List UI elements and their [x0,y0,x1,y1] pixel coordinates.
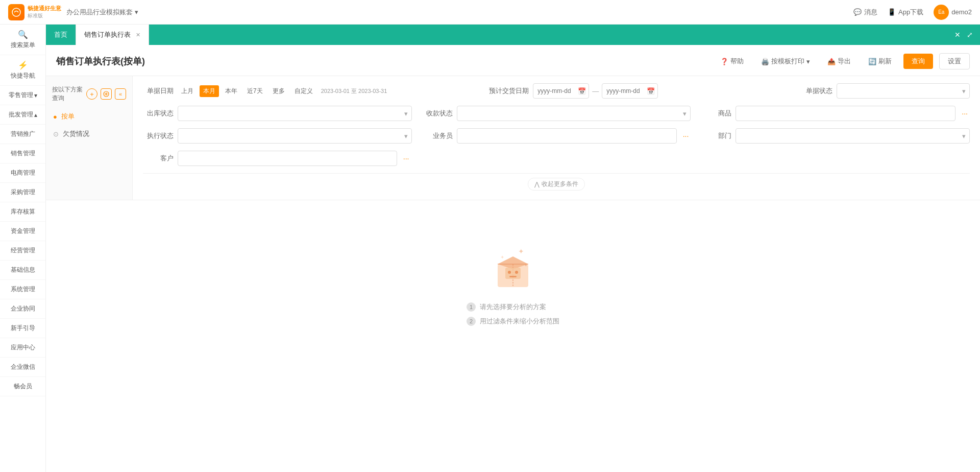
query-button[interactable]: 查询 [903,54,933,69]
dept-field: 部门 ▾ [701,128,970,144]
sidebar-item-vip[interactable]: 畅会员 [0,377,45,396]
date-range-display: 2023-03-01 至 2023-03-31 [321,87,387,95]
sidebar-item-basic[interactable]: 基础信息 [0,261,45,280]
content-area: 首页 销售订单执行表 ✕ ✕ ⤢ 销售订单执行表(按单) ❓ 帮助 [46,25,980,472]
product-more-icon[interactable]: ··· [960,109,970,117]
out-status-select[interactable] [178,106,412,121]
date-tab-7days[interactable]: 近7天 [243,85,266,97]
filter-sidebar-header: 按以下方案查询 + « [46,82,132,108]
help-button[interactable]: ❓ 帮助 [715,54,749,69]
receipt-status-select[interactable] [457,106,691,121]
status-select[interactable] [837,83,970,99]
user-action[interactable]: Ea demo2 [934,5,972,20]
sidebar-item-finance[interactable]: 资金管理 [0,222,45,241]
salesperson-more-icon[interactable]: ··· [681,132,691,140]
date-tab-more[interactable]: 更多 [269,85,288,97]
product-input[interactable] [736,106,955,121]
sidebar-item-sales[interactable]: 销售管理 [0,144,45,163]
collapse-button[interactable]: ⋀ 收起更多条件 [528,178,585,191]
salesperson-label: 业务员 [422,131,453,140]
tip-num-1: 1 [467,302,476,312]
tip-text-2: 用过滤条件来缩小分析范围 [480,317,559,326]
salesperson-input[interactable] [457,128,677,144]
expected-date-end-wrap: 📅 [602,83,658,99]
date-tab-last-month[interactable]: 上月 [178,85,197,97]
sidebar-item-label: 快捷导航 [11,72,35,80]
filter-sidebar: 按以下方案查询 + « [46,76,133,200]
export-button[interactable]: 📤 导出 [822,54,856,69]
message-action[interactable]: 💬 消息 [853,8,877,17]
sidebar-item-search-menu[interactable]: 🔍 搜索菜单 [0,25,45,55]
date-tab-current-year[interactable]: 本年 [222,85,241,97]
sidebar-item-label: 系统管理 [11,285,35,294]
dept-select-wrap: ▾ [736,128,970,144]
settings-button[interactable]: 设置 [939,53,970,69]
filter-sidebar-title: 按以下方案查询 [52,85,86,103]
sidebar-item-wholesale[interactable]: 批发管理 ▴ [0,105,45,125]
sidebar-item-system[interactable]: 系统管理 [0,280,45,299]
sidebar-item-marketing[interactable]: 营销推广 [0,125,45,144]
refresh-button[interactable]: 🔄 刷新 [863,54,897,69]
app-download-action[interactable]: 📱 App下载 [888,8,923,17]
empty-state: ✦ ✦ ✦ 1 请先选择要分析的方案 [46,200,980,367]
page-title: 销售订单执行表(按单) [56,55,145,67]
sidebar-item-appstore[interactable]: 应用中心 [0,338,45,358]
sidebar-item-ecommerce[interactable]: 电商管理 [0,163,45,183]
empty-tip-1: 1 请先选择要分析的方案 [467,302,559,312]
sidebar-item-enterprise[interactable]: 企业协同 [0,299,45,319]
exec-status-select[interactable] [178,128,412,144]
collapse-icon: ⋀ [534,181,540,188]
help-icon: ❓ [720,58,728,65]
status-field: 单据状态 ▾ [802,83,970,99]
dept-select[interactable] [736,128,970,144]
expected-date-start-input[interactable] [533,83,589,99]
date-tab-custom[interactable]: 自定义 [291,85,316,97]
tab-bar: 首页 销售订单执行表 ✕ ✕ ⤢ [46,25,980,45]
svg-point-13 [515,271,518,274]
sidebar-item-newbie[interactable]: 新手引导 [0,319,45,338]
status-select-wrap: ▾ [837,83,970,99]
nav-selector[interactable]: 办公用品行业模拟账套 ▾ [66,8,138,17]
add-filter-button[interactable]: + [86,88,97,100]
sidebar-item-label: 销售管理 [11,149,35,158]
filter-row-4: 客户 ··· [143,151,970,166]
filter-settings-icon[interactable] [101,88,112,100]
sidebar-item-label: 采购管理 [11,188,35,197]
template-print-button[interactable]: 🖨️ 按模板打印 ▾ [755,54,816,69]
out-status-select-wrap: ▾ [178,106,412,121]
chevron-down-icon: ▾ [34,92,37,99]
sidebar-item-business[interactable]: 经营管理 [0,241,45,261]
date-tab-current-month[interactable]: 本月 [200,85,219,97]
date-label: 单据日期 [143,86,174,96]
sidebar-item-label: 企业微信 [11,363,35,371]
customer-field: 客户 ··· [143,151,411,166]
collapse-filter-sidebar-icon[interactable]: « [115,88,126,100]
window-maximize-icon[interactable]: ⤢ [966,30,974,40]
tab-sales-exec[interactable]: 销售订单执行表 ✕ [76,25,149,45]
filter-by-order[interactable]: ● 按单 [46,108,132,125]
template-print-label: 按模板打印 [771,57,804,66]
export-label: 导出 [838,57,851,66]
sidebar-item-inventory[interactable]: 库存核算 [0,202,45,222]
sidebar-item-purchase[interactable]: 采购管理 [0,183,45,202]
sidebar-item-quick-nav[interactable]: ⚡ 快捷导航 [0,55,45,86]
close-tab-icon[interactable]: ✕ [136,32,140,38]
window-close-icon[interactable]: ✕ [953,30,962,40]
empty-tip-2: 2 用过滤条件来缩小分析范围 [467,317,559,326]
customer-more-icon[interactable]: ··· [401,154,411,162]
by-order-icon: ● [53,113,57,121]
customer-input[interactable] [178,151,397,166]
receipt-status-label: 收款状态 [422,109,453,118]
sidebar-item-retail[interactable]: 零售管理 ▾ [0,86,45,105]
refresh-icon: 🔄 [868,58,876,65]
collapse-label: 收起更多条件 [542,180,578,188]
sidebar-item-label: 资金管理 [11,227,35,235]
chevron-down-icon: ▾ [135,8,138,16]
svg-text:✦: ✦ [500,254,504,260]
sidebar-item-wechat[interactable]: 企业微信 [0,358,45,377]
filter-by-debt[interactable]: ⊙ 欠货情况 [46,125,132,143]
logo-icon [8,4,24,20]
by-debt-icon: ⊙ [53,130,59,138]
tab-home[interactable]: 首页 [46,25,76,45]
expected-date-end-input[interactable] [602,83,658,99]
